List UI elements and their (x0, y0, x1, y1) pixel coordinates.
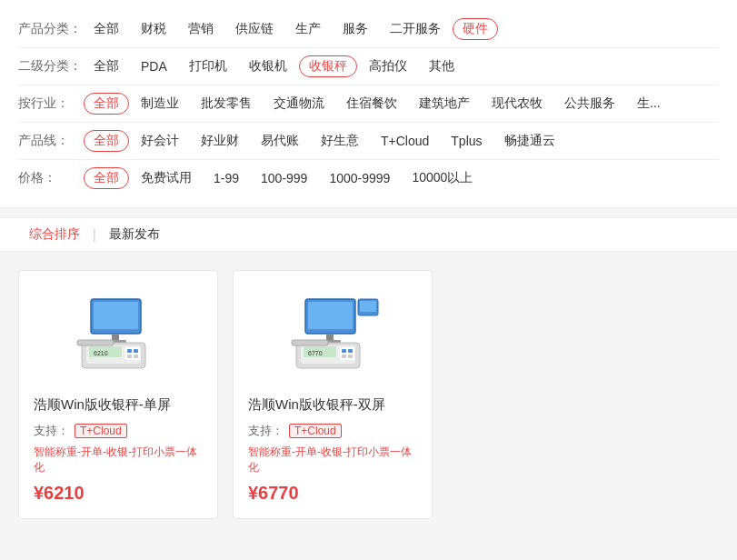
svg-text:6770: 6770 (308, 350, 323, 356)
svg-rect-7 (125, 347, 140, 360)
ind-public[interactable]: 公共服务 (554, 93, 625, 115)
ind-agriculture[interactable]: 现代农牧 (482, 93, 553, 115)
pl-haoshengyi[interactable]: 好生意 (311, 130, 369, 152)
product-card-2[interactable]: 6770 浩顺Win版收银秤-双屏 支持： T+Cloud 智能称重-开单-收银… (233, 270, 433, 519)
ind-more[interactable]: 生... (627, 93, 671, 115)
cat-shengchan[interactable]: 生产 (285, 18, 331, 40)
price-1000-9999[interactable]: 1000-9999 (319, 168, 400, 188)
svg-rect-20 (292, 340, 328, 345)
ind-manufacturing[interactable]: 制造业 (131, 93, 189, 115)
product-image-svg-1: 6210 (64, 295, 173, 376)
svg-rect-22 (342, 349, 346, 353)
productline-row: 产品线： 全部 好会计 好业财 易代账 好生意 T+Cloud Tplus 畅捷… (18, 123, 719, 160)
industry-row: 按行业： 全部 制造业 批发零售 交通物流 住宿餐饮 建筑地产 现代农牧 公共服… (18, 85, 719, 123)
ind-wholesale[interactable]: 批发零售 (191, 93, 262, 115)
sort-divider: | (91, 227, 98, 242)
product-price-1: ¥6210 (34, 483, 203, 504)
svg-rect-25 (348, 355, 353, 358)
product-support-badge-1: T+Cloud (75, 424, 127, 438)
price-1-99[interactable]: 1-99 (204, 168, 249, 188)
svg-rect-11 (134, 355, 138, 358)
price-all[interactable]: 全部 (84, 167, 129, 189)
product-category-label: 产品分类： (18, 21, 84, 37)
product-category-row: 产品分类： 全部 财税 营销 供应链 生产 服务 二开服务 硬件 (18, 11, 719, 48)
product-support-label-1: 支持： (34, 423, 69, 439)
pl-changjiecloud[interactable]: 畅捷通云 (494, 130, 565, 152)
industry-items: 全部 制造业 批发零售 交通物流 住宿餐饮 建筑地产 现代农牧 公共服务 生..… (84, 93, 671, 115)
sub-category-items: 全部 PDA 打印机 收银机 收银秤 高拍仪 其他 (84, 55, 464, 77)
sub-printmachine[interactable]: 打印机 (179, 55, 237, 77)
svg-rect-8 (127, 349, 132, 353)
sort-bar: 综合排序 | 最新发布 (0, 217, 737, 252)
productline-items: 全部 好会计 好业财 易代账 好生意 T+Cloud Tplus 畅捷通云 (84, 130, 565, 152)
sub-cashscale[interactable]: 收银秤 (299, 55, 357, 77)
sub-category-label: 二级分类： (18, 58, 84, 75)
cat-gongyinglian[interactable]: 供应链 (225, 18, 284, 40)
sub-all[interactable]: 全部 (84, 55, 129, 77)
price-items: 全部 免费试用 1-99 100-999 1000-9999 10000以上 (84, 167, 483, 189)
pl-haoyecai[interactable]: 好业财 (191, 130, 249, 152)
cat-erkaifuwu[interactable]: 二开服务 (380, 18, 451, 40)
sub-cashregister[interactable]: 收银机 (239, 55, 297, 77)
price-10000plus[interactable]: 10000以上 (402, 167, 483, 189)
svg-rect-6 (77, 340, 114, 345)
product-desc-1: 智能称重-开单-收银-打印小票一体化 (34, 445, 203, 475)
svg-rect-9 (134, 349, 138, 353)
ind-all[interactable]: 全部 (84, 93, 129, 115)
pl-all[interactable]: 全部 (84, 130, 129, 152)
svg-rect-24 (342, 355, 346, 358)
cat-yingxiao[interactable]: 营销 (178, 18, 224, 40)
cat-all[interactable]: 全部 (84, 18, 129, 40)
product-name-2: 浩顺Win版收银秤-双屏 (248, 396, 417, 414)
product-desc-2: 智能称重-开单-收银-打印小票一体化 (248, 445, 417, 475)
sub-pda[interactable]: PDA (131, 56, 177, 76)
cat-yingjianbei[interactable]: 硬件 (453, 18, 498, 40)
price-label: 价格： (18, 170, 84, 186)
price-100-999[interactable]: 100-999 (251, 168, 317, 188)
product-support-badge-2: T+Cloud (289, 424, 342, 438)
ind-realestate[interactable]: 建筑地产 (409, 93, 480, 115)
sub-other[interactable]: 其他 (419, 55, 464, 77)
svg-rect-10 (127, 355, 132, 358)
price-free[interactable]: 免费试用 (131, 167, 202, 189)
productline-label: 产品线： (18, 133, 84, 149)
products-grid: 6210 浩顺Win版收银秤-单屏 支持： T+Cloud 智能称重-开单-收银… (18, 270, 719, 519)
ind-hotel[interactable]: 住宿餐饮 (336, 93, 407, 115)
product-image-area-2: 6770 (248, 285, 417, 385)
pl-tcloud[interactable]: T+Cloud (371, 131, 439, 151)
product-price-2: ¥6770 (248, 483, 417, 504)
cat-fuwu[interactable]: 服务 (333, 18, 378, 40)
industry-label: 按行业： (18, 95, 84, 112)
svg-rect-15 (308, 302, 353, 329)
filter-section: 产品分类： 全部 财税 营销 供应链 生产 服务 二开服务 硬件 二级分类： 全… (0, 0, 737, 208)
svg-rect-23 (348, 349, 353, 353)
price-row: 价格： 全部 免费试用 1-99 100-999 1000-9999 10000… (18, 160, 719, 196)
product-image-svg-2: 6770 (278, 295, 387, 376)
sort-newest[interactable]: 最新发布 (98, 219, 171, 250)
sort-comprehensive[interactable]: 综合排序 (18, 219, 91, 250)
product-category-items: 全部 财税 营销 供应链 生产 服务 二开服务 硬件 (84, 18, 498, 40)
pl-tplus[interactable]: Tplus (441, 131, 492, 151)
pl-yidaizhang[interactable]: 易代账 (251, 130, 309, 152)
product-support-2: 支持： T+Cloud (248, 423, 417, 439)
product-support-label-2: 支持： (248, 423, 284, 439)
pl-haokuaji[interactable]: 好会计 (131, 130, 189, 152)
cat-caishui[interactable]: 财税 (131, 18, 176, 40)
svg-text:6210: 6210 (94, 350, 108, 356)
sub-category-row: 二级分类： 全部 PDA 打印机 收银机 收银秤 高拍仪 其他 (18, 48, 719, 85)
product-support-1: 支持： T+Cloud (34, 423, 203, 439)
product-card-1[interactable]: 6210 浩顺Win版收银秤-单屏 支持： T+Cloud 智能称重-开单-收银… (18, 270, 218, 519)
ind-transport[interactable]: 交通物流 (264, 93, 334, 115)
svg-rect-1 (94, 302, 138, 329)
product-name-1: 浩顺Win版收银秤-单屏 (34, 396, 203, 414)
svg-rect-29 (360, 301, 376, 312)
product-image-area-1: 6210 (34, 285, 203, 385)
svg-rect-21 (340, 347, 354, 360)
products-area: 6210 浩顺Win版收银秤-单屏 支持： T+Cloud 智能称重-开单-收银… (0, 261, 737, 528)
sub-highshoot[interactable]: 高拍仪 (359, 55, 417, 77)
